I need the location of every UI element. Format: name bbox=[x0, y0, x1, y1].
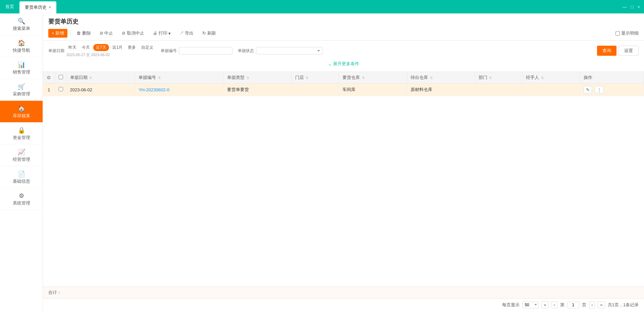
last-page-button[interactable]: » bbox=[598, 301, 605, 308]
sidebar-item-purchase[interactable]: 🛒 采购管理 bbox=[0, 79, 43, 101]
date-quick-buttons: 昨天 今天 近7天 近1月 更多 自定义 bbox=[66, 44, 155, 51]
tab-list: 首页 要货单历史 × bbox=[0, 0, 56, 13]
date-filter-group: 单据日期 昨天 今天 近7天 近1月 更多 自定义 2023-05-27 至 2… bbox=[48, 44, 155, 57]
col-handler-label: 经手人 bbox=[526, 75, 539, 80]
sort-department-icon[interactable]: ⇅ bbox=[489, 76, 492, 80]
row-department bbox=[475, 84, 523, 96]
per-page-select[interactable]: 10 20 50 100 bbox=[522, 302, 539, 308]
sort-order-type-icon[interactable]: ⇅ bbox=[247, 76, 249, 80]
tab-home[interactable]: 首页 bbox=[0, 0, 19, 13]
sidebar-item-sales[interactable]: 📊 销售管理 bbox=[0, 57, 43, 79]
sidebar-item-system[interactable]: ⚙ 系统管理 bbox=[0, 188, 43, 210]
inventory-icon: 🏠 bbox=[18, 105, 25, 112]
tab-requisition-history[interactable]: 要货单历史 × bbox=[19, 1, 56, 13]
refresh-label: ↻ 刷新 bbox=[202, 30, 216, 36]
page-input[interactable] bbox=[567, 302, 579, 308]
main-table: ⚙ 单据日期 ⇅ 单据编号 ⇅ bbox=[43, 72, 644, 96]
total-label: 合计： bbox=[48, 290, 61, 296]
sidebar: 🔍 搜索菜单 🏠 快捷导航 📊 销售管理 🛒 采购管理 🏠 库存核算 🔒 资金管… bbox=[0, 13, 43, 311]
tab-home-label: 首页 bbox=[5, 4, 14, 10]
date-btn-more[interactable]: 更多 bbox=[126, 44, 138, 51]
cancel-stop-button[interactable]: ⊘ 取消中止 bbox=[118, 29, 148, 38]
sort-handler-icon[interactable]: ⇅ bbox=[541, 76, 544, 80]
row-order-no: YH-20230602-0 bbox=[135, 84, 224, 96]
more-icon: ⋮ bbox=[597, 87, 601, 92]
refresh-button[interactable]: ↻ 刷新 bbox=[199, 29, 219, 38]
export-button[interactable]: ↗ 导出 bbox=[176, 29, 197, 38]
maximize-icon[interactable]: □ bbox=[631, 4, 634, 9]
expand-label: 展开更多条件 bbox=[333, 61, 359, 67]
sort-pending-warehouse-icon[interactable]: ⇅ bbox=[430, 76, 433, 80]
settings-icon[interactable]: ⚙ bbox=[47, 75, 51, 80]
sidebar-item-search-menu[interactable]: 🔍 搜索菜单 bbox=[0, 13, 43, 35]
page-suffix: 页 bbox=[582, 302, 586, 308]
date-btn-today[interactable]: 今天 bbox=[80, 44, 92, 51]
col-settings: ⚙ bbox=[43, 72, 55, 84]
order-no-filter-group: 单据编号 bbox=[161, 47, 232, 54]
print-button[interactable]: 🖨 打印 ▾ bbox=[150, 29, 174, 38]
row-edit-button[interactable]: ✎ bbox=[584, 86, 592, 93]
row-checkbox[interactable] bbox=[59, 87, 63, 91]
sidebar-item-search-label: 搜索菜单 bbox=[13, 26, 30, 32]
row-checkbox-cell bbox=[55, 84, 66, 96]
window-close-icon[interactable]: × bbox=[637, 4, 640, 9]
sidebar-item-inventory[interactable]: 🏠 库存核算 bbox=[0, 101, 43, 123]
sort-order-no-icon[interactable]: ⇅ bbox=[158, 76, 161, 80]
query-button[interactable]: 查询 bbox=[597, 46, 616, 56]
setting-button[interactable]: 设置 bbox=[619, 46, 639, 56]
show-detail-toggle[interactable]: 显示明细 bbox=[615, 30, 639, 36]
ops-icon: 📈 bbox=[18, 149, 25, 155]
date-btn-7days[interactable]: 近7天 bbox=[93, 44, 109, 51]
next-page-button[interactable]: › bbox=[589, 301, 595, 308]
delete-button[interactable]: 🗑 删除 bbox=[73, 29, 94, 38]
row-store bbox=[291, 84, 339, 96]
sort-store-icon[interactable]: ⇅ bbox=[306, 76, 308, 80]
top-bar: 首页 要货单历史 × — □ × bbox=[0, 0, 644, 13]
page-header: 要货单历史 + 新增 🗑 删除 ⊘ 中止 ⊘ 取消中止 🖨 打印 ▾ bbox=[43, 13, 644, 41]
sep-1 bbox=[70, 30, 70, 37]
col-order-no-label: 单据编号 bbox=[139, 75, 156, 80]
top-bar-right: — □ × bbox=[623, 4, 644, 9]
select-all-checkbox[interactable] bbox=[59, 75, 63, 79]
prev-page-button[interactable]: ‹ bbox=[551, 301, 557, 308]
col-store: 门店 ⇅ bbox=[291, 72, 339, 84]
sidebar-item-quick-nav[interactable]: 🏠 快捷导航 bbox=[0, 35, 43, 57]
col-department: 部门 ⇅ bbox=[475, 72, 523, 84]
status-select[interactable] bbox=[256, 47, 323, 54]
chart-icon: 📊 bbox=[18, 62, 25, 68]
col-pending-warehouse: 待出仓库 ⇅ bbox=[407, 72, 475, 84]
show-detail-checkbox[interactable] bbox=[615, 31, 620, 36]
home-icon: 🏠 bbox=[18, 40, 25, 46]
col-checkbox bbox=[55, 72, 66, 84]
row-more-button[interactable]: ⋮ bbox=[595, 86, 604, 93]
sort-date-icon[interactable]: ⇅ bbox=[89, 76, 92, 80]
minimize-icon[interactable]: — bbox=[623, 4, 627, 9]
date-btn-yesterday[interactable]: 昨天 bbox=[66, 44, 78, 51]
sidebar-item-finance[interactable]: 🔒 资金管理 bbox=[0, 123, 43, 144]
first-page-button[interactable]: « bbox=[541, 301, 548, 308]
expand-button[interactable]: ⌄ 展开更多条件 bbox=[328, 59, 359, 68]
sidebar-item-basic-info[interactable]: 📄 基础信息 bbox=[0, 166, 43, 188]
main-layout: 🔍 搜索菜单 🏠 快捷导航 📊 销售管理 🛒 采购管理 🏠 库存核算 🔒 资金管… bbox=[0, 13, 644, 311]
new-label: + 新增 bbox=[52, 30, 64, 36]
date-btn-1month[interactable]: 近1月 bbox=[110, 44, 125, 51]
col-actions: 操作 bbox=[580, 72, 644, 84]
sort-req-warehouse-icon[interactable]: ⇅ bbox=[362, 76, 365, 80]
row-order-no-link[interactable]: YH-20230602-0 bbox=[139, 87, 169, 92]
next-page-icon: › bbox=[591, 302, 593, 307]
close-icon[interactable]: × bbox=[49, 5, 51, 10]
sidebar-item-operations[interactable]: 📈 经营管理 bbox=[0, 144, 43, 166]
col-date: 单据日期 ⇅ bbox=[66, 72, 135, 84]
new-button[interactable]: + 新增 bbox=[48, 29, 67, 38]
order-no-input[interactable] bbox=[179, 47, 232, 54]
filter-row: 单据日期 昨天 今天 近7天 近1月 更多 自定义 2023-05-27 至 2… bbox=[48, 44, 639, 57]
row-order-type: 要货单要货 bbox=[223, 84, 291, 96]
action-icons: ✎ ⋮ bbox=[584, 86, 640, 93]
stop-button[interactable]: ⊘ 中止 bbox=[96, 29, 117, 38]
edit-icon: ✎ bbox=[586, 87, 590, 92]
status-label: 单据状态 bbox=[238, 48, 254, 54]
sidebar-item-finance-label: 资金管理 bbox=[13, 135, 30, 141]
status-filter-group: 单据状态 bbox=[238, 47, 323, 54]
tab-requisition-history-label: 要货单历史 bbox=[25, 4, 47, 10]
date-btn-custom[interactable]: 自定义 bbox=[139, 44, 155, 51]
